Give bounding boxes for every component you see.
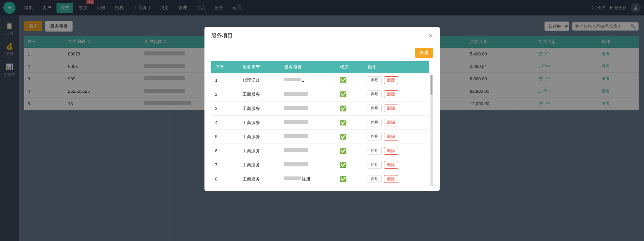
modal-new-button[interactable]: 新建: [415, 48, 433, 58]
disable-button[interactable]: 停用: [368, 147, 382, 155]
disable-button[interactable]: 停用: [368, 175, 382, 183]
delete-button[interactable]: 删除: [384, 119, 398, 126]
delete-button[interactable]: 删除: [384, 105, 398, 112]
modal-cell-status: ✅: [336, 73, 364, 87]
modal-cell-status: ✅: [336, 130, 364, 144]
modal-cell-item: 注册: [280, 172, 336, 186]
modal-cell-status: ✅: [336, 116, 364, 130]
modal-cell-type: 工商服务: [238, 172, 280, 186]
modal-cell-item: [280, 116, 336, 130]
modal-cell-actions: 停用 删除: [364, 73, 429, 87]
modal-table-row: 2 工商服务 ✅ 停用 删除: [211, 87, 429, 102]
disable-button[interactable]: 停用: [368, 161, 382, 169]
modal-table-row: 6 工商服务 ✅ 停用 删除: [211, 144, 429, 158]
modal-cell-actions: 停用 删除: [364, 158, 429, 172]
modal-cell-status: ✅: [336, 144, 364, 158]
modal-cell-item: [280, 130, 336, 144]
modal-cell-item: [280, 144, 336, 158]
modal-col-type: 服务类型: [238, 61, 280, 73]
delete-button[interactable]: 删除: [384, 90, 398, 98]
modal-table-row: 5 工商服务 ✅ 停用 删除: [211, 130, 429, 144]
modal-cell-type: 代理记账: [238, 73, 280, 87]
modal-cell-status: ✅: [336, 102, 364, 116]
status-check-icon: ✅: [340, 148, 347, 154]
modal-cell-item: 1: [280, 73, 336, 87]
modal-cell-seq: 1: [211, 73, 239, 87]
modal-cell-item: [280, 102, 336, 116]
modal-table-row: 8 工商服务 注册 ✅ 停用 删除: [211, 172, 429, 186]
delete-button[interactable]: 删除: [384, 76, 398, 84]
modal-cell-seq: 3: [211, 102, 239, 116]
modal-col-seq: 序号: [211, 61, 239, 73]
delete-button[interactable]: 删除: [384, 161, 398, 169]
modal-cell-seq: 2: [211, 87, 239, 102]
status-check-icon: ✅: [340, 134, 347, 139]
modal-service-table: 序号 服务类型 服务项目 状态 操作 1 代理记账 1 ✅ 停用 删除 2: [211, 61, 429, 186]
modal-body: 新建 序号 服务类型 服务项目 状态 操作 1 代理记账: [204, 43, 440, 191]
disable-button[interactable]: 停用: [368, 76, 382, 84]
modal-table-row: 4 工商服务 ✅ 停用 删除: [211, 116, 429, 130]
modal-cell-actions: 停用 删除: [364, 87, 429, 102]
modal-table-row: 3 工商服务 ✅ 停用 删除: [211, 102, 429, 116]
status-check-icon: ✅: [340, 162, 347, 168]
status-check-icon: ✅: [340, 91, 347, 97]
disable-button[interactable]: 停用: [368, 133, 382, 140]
modal-toolbar: 新建: [211, 48, 433, 58]
modal-cell-status: ✅: [336, 87, 364, 102]
modal-cell-actions: 停用 删除: [364, 144, 429, 158]
modal-cell-seq: 7: [211, 158, 239, 172]
delete-button[interactable]: 删除: [384, 175, 398, 183]
modal-overlay: 服务项目 ✕ 新建 序号 服务类型 服务项目 状态 操作: [0, 0, 644, 241]
modal-cell-actions: 停用 删除: [364, 102, 429, 116]
modal-header: 服务项目 ✕: [204, 27, 440, 43]
disable-button[interactable]: 停用: [368, 90, 382, 98]
modal-cell-seq: 5: [211, 130, 239, 144]
status-check-icon: ✅: [340, 120, 347, 125]
modal-cell-actions: 停用 删除: [364, 130, 429, 144]
status-check-icon: ✅: [340, 176, 347, 182]
modal-cell-actions: 停用 删除: [364, 172, 429, 186]
modal-cell-status: ✅: [336, 172, 364, 186]
modal-close-button[interactable]: ✕: [428, 33, 433, 39]
modal-cell-type: 工商服务: [238, 144, 280, 158]
modal-col-action: 操作: [364, 61, 429, 73]
disable-button[interactable]: 停用: [368, 119, 382, 126]
delete-button[interactable]: 删除: [384, 133, 398, 140]
modal-cell-status: ✅: [336, 158, 364, 172]
status-check-icon: ✅: [340, 77, 347, 83]
modal-cell-item: [280, 158, 336, 172]
modal-col-status: 状态: [336, 61, 364, 73]
modal-cell-type: 工商服务: [238, 102, 280, 116]
status-check-icon: ✅: [340, 106, 347, 111]
modal-cell-actions: 停用 删除: [364, 116, 429, 130]
modal-cell-seq: 8: [211, 172, 239, 186]
modal-cell-type: 工商服务: [238, 158, 280, 172]
modal-cell-seq: 4: [211, 116, 239, 130]
delete-button[interactable]: 删除: [384, 147, 398, 155]
modal-table-row: 1 代理记账 1 ✅ 停用 删除: [211, 73, 429, 87]
modal-table-row: 7 工商服务 ✅ 停用 删除: [211, 158, 429, 172]
disable-button[interactable]: 停用: [368, 105, 382, 112]
modal-title: 服务项目: [211, 32, 233, 39]
modal-col-item: 服务项目: [280, 61, 336, 73]
modal-cell-item: [280, 87, 336, 102]
service-modal: 服务项目 ✕ 新建 序号 服务类型 服务项目 状态 操作: [204, 27, 440, 191]
modal-cell-type: 工商服务: [238, 87, 280, 102]
modal-cell-type: 工商服务: [238, 130, 280, 144]
modal-cell-seq: 6: [211, 144, 239, 158]
modal-cell-type: 工商服务: [238, 116, 280, 130]
